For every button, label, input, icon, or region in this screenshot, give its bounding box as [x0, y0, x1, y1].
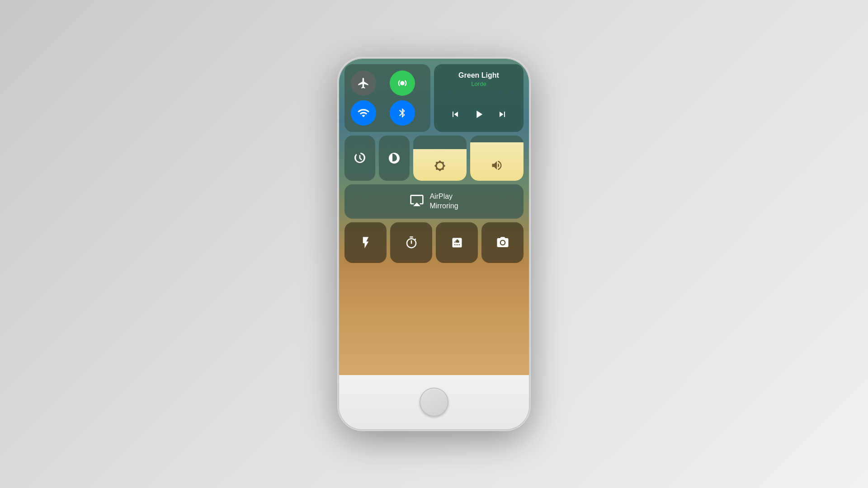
control-center-screen: Green Light Lorde — [339, 59, 529, 375]
rotation-lock-button[interactable] — [344, 136, 375, 181]
volume-icon — [491, 159, 503, 174]
brightness-icon — [434, 160, 446, 174]
flashlight-button[interactable] — [344, 222, 387, 263]
volume-slider[interactable] — [470, 136, 524, 181]
music-panel: Green Light Lorde — [434, 64, 524, 132]
camera-button[interactable] — [481, 222, 524, 263]
middle-row — [344, 136, 524, 181]
home-button[interactable] — [420, 388, 448, 417]
rewind-button[interactable] — [448, 107, 462, 124]
forward-button[interactable] — [495, 107, 509, 124]
brightness-slider[interactable] — [413, 136, 467, 181]
phone-bottom-bezel — [339, 375, 529, 429]
airplane-mode-button[interactable] — [351, 70, 376, 96]
airplay-row: AirPlay Mirroring — [344, 184, 524, 219]
svg-point-1 — [501, 241, 505, 244]
music-title: Green Light — [442, 71, 515, 80]
airplay-label: AirPlay Mirroring — [429, 192, 458, 211]
music-controls — [442, 106, 515, 125]
airplay-mirroring-button[interactable]: AirPlay Mirroring — [344, 184, 524, 219]
cellular-button[interactable] — [390, 70, 415, 96]
airplay-icon — [410, 193, 424, 211]
play-button[interactable] — [471, 106, 487, 125]
bluetooth-button[interactable] — [390, 100, 415, 126]
quick-actions-row — [344, 222, 524, 263]
scene: Green Light Lorde — [0, 0, 868, 488]
calculator-button[interactable] — [436, 222, 478, 263]
do-not-disturb-button[interactable] — [379, 136, 410, 181]
iphone: Green Light Lorde — [339, 59, 529, 429]
wifi-button[interactable] — [351, 100, 376, 126]
top-row: Green Light Lorde — [344, 64, 524, 132]
timer-button[interactable] — [390, 222, 432, 263]
music-artist: Lorde — [442, 80, 515, 87]
connectivity-panel — [344, 64, 430, 132]
